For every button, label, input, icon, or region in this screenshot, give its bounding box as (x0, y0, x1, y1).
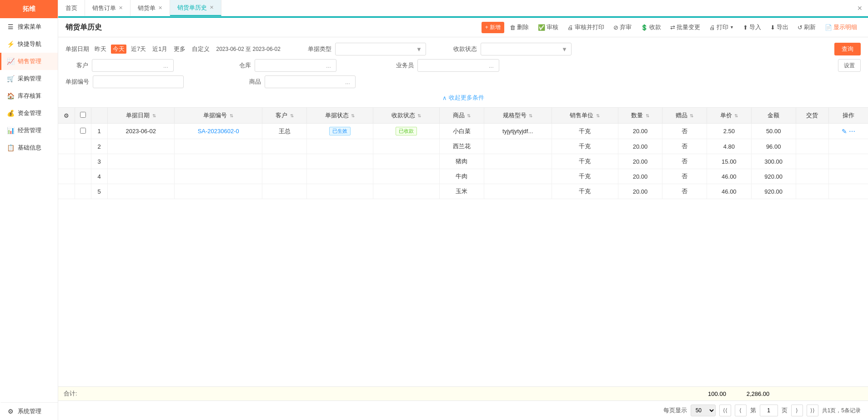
col-spec-type[interactable]: 规格型号 ⇅ (484, 108, 552, 124)
sidebar-item-basic-info[interactable]: 📋 基础信息 (0, 139, 58, 156)
tab-sales-history[interactable]: 销货单历史 ✕ (170, 0, 221, 16)
cell-checkbox[interactable] (75, 169, 91, 184)
customer-input[interactable] (95, 60, 163, 71)
tab-sales-goods[interactable]: 销货单 ✕ (130, 0, 170, 16)
refresh-button[interactable]: ↺ 刷新 (794, 21, 819, 33)
col-unit-price[interactable]: 单价 ⇅ (707, 108, 751, 124)
col-doc-status[interactable]: 单据状态 ⇅ (307, 108, 373, 124)
col-doc-date[interactable]: 单据日期 ⇅ (107, 108, 175, 124)
cell-quantity: 20.00 (618, 139, 662, 154)
delete-button[interactable]: 🗑 删除 (506, 21, 532, 33)
query-button[interactable]: 查询 (834, 43, 861, 55)
batch-change-button[interactable]: ⇄ 批量变更 (667, 21, 704, 33)
show-detail-button[interactable]: 📄 显示明细 (821, 21, 861, 33)
cell-checkbox[interactable] (75, 139, 91, 154)
cell-customer (262, 154, 307, 169)
sort-collectstatus-icon: ⇅ (417, 113, 421, 118)
shortcut-1month[interactable]: 近1月 (151, 45, 169, 54)
sidebar-item-biz-mgmt[interactable]: 📊 经营管理 (0, 122, 58, 139)
cell-seq: 2 (91, 139, 107, 154)
more-action-btn[interactable]: ⋯ (849, 128, 855, 135)
col-gift[interactable]: 赠品 ⇅ (662, 108, 707, 124)
sort-docnum-icon: ⇅ (230, 113, 233, 118)
last-page-btn[interactable]: ⟩⟩ (807, 405, 818, 416)
cell-customer: 王总 (262, 124, 307, 139)
shortcut-more[interactable]: 更多 (172, 45, 187, 54)
shortcut-today[interactable]: 今天 (111, 45, 126, 54)
refresh-icon: ↺ (798, 24, 803, 31)
setup-button[interactable]: 设置 (838, 59, 861, 72)
collect-status-select[interactable]: ▼ (481, 43, 572, 55)
cell-transaction (796, 169, 828, 184)
sidebar-item-label: 销售管理 (18, 57, 41, 65)
biz-mgmt-icon: 📊 (7, 127, 14, 134)
col-checkbox[interactable] (75, 108, 91, 124)
sidebar-item-sales-mgmt[interactable]: 📈 销售管理 (0, 53, 58, 70)
import-button[interactable]: ⬆ 导入 (739, 21, 765, 33)
footer-total-amount: 2,286.00 (735, 390, 781, 397)
col-collect-status[interactable]: 收款状态 ⇅ (373, 108, 440, 124)
docnum-input[interactable] (93, 75, 184, 88)
sidebar-item-quick-nav[interactable]: ⚡ 快捷导航 (0, 35, 58, 53)
tab-sales-order[interactable]: 销售订单 ✕ (85, 0, 130, 16)
goods-input[interactable] (268, 76, 345, 88)
cell-checkbox[interactable] (75, 154, 91, 169)
cell-checkbox[interactable] (75, 184, 91, 199)
abandon-button[interactable]: ⊘ 弃审 (610, 21, 635, 33)
collect-button[interactable]: 💲 收款 (637, 21, 665, 33)
row-checkbox[interactable] (80, 128, 86, 134)
tab-sales-history-close[interactable]: ✕ (210, 5, 214, 10)
doc-type-select[interactable]: ▼ (335, 43, 426, 55)
tab-sales-order-close[interactable]: ✕ (119, 5, 123, 11)
col-customer[interactable]: 客户 ⇅ (262, 108, 307, 124)
sort-spec-icon: ⇅ (529, 113, 532, 118)
edit-action-btn[interactable]: ✎ (842, 128, 847, 135)
print-button[interactable]: 🖨 打印 ▼ (706, 21, 738, 33)
first-page-btn[interactable]: ⟨⟨ (719, 405, 731, 416)
sidebar-item-purchase-mgmt[interactable]: 🛒 采购管理 (0, 70, 58, 87)
cell-doc-status (307, 139, 373, 154)
sidebar-item-label: 基础信息 (18, 144, 41, 152)
collapse-filter-btn[interactable]: ∧ 收起更多条件 (65, 94, 861, 102)
sidebar-item-fund-mgmt[interactable]: 💰 资金管理 (0, 105, 58, 122)
prev-page-btn[interactable]: ⟨ (735, 405, 747, 416)
salesperson-ellipsis[interactable]: ... (489, 62, 494, 69)
sidebar-item-sys-mgmt[interactable]: ⚙ 系统管理 (0, 402, 58, 420)
shortcut-yesterday[interactable]: 昨天 (93, 45, 108, 54)
sidebar-item-search-menu[interactable]: ☰ 搜索菜单 (0, 18, 58, 35)
print-icon: 🖨 (709, 24, 715, 31)
tab-home[interactable]: 首页 (58, 0, 85, 16)
cell-gift: 否 (662, 169, 707, 184)
export-button[interactable]: ⬇ 导出 (767, 21, 792, 33)
doc-type-dropdown-icon: ▼ (416, 46, 422, 53)
cell-goods: 西兰花 (440, 139, 484, 154)
col-doc-number[interactable]: 单据编号 ⇅ (175, 108, 262, 124)
warehouse-ellipsis[interactable]: ... (326, 62, 331, 69)
col-goods[interactable]: 商品 ⇅ (440, 108, 484, 124)
cell-doc-date (107, 169, 175, 184)
col-amount: 金额 (751, 108, 796, 124)
customer-ellipsis[interactable]: ... (163, 62, 168, 69)
salesperson-input[interactable] (421, 60, 489, 71)
page-size-select[interactable]: 50 100 200 (691, 405, 716, 416)
warehouse-input[interactable] (258, 60, 326, 71)
cell-spec-type: tyjytjytyjdf... (484, 124, 552, 139)
sidebar-item-inventory[interactable]: 🏠 库存核算 (0, 87, 58, 105)
col-settings[interactable]: ⚙ (58, 108, 75, 124)
tab-sales-goods-close[interactable]: ✕ (158, 5, 162, 11)
doc-number-link[interactable]: SA-20230602-0 (198, 128, 239, 135)
goods-ellipsis[interactable]: ... (345, 79, 350, 85)
page-input[interactable] (760, 405, 778, 416)
audit-button[interactable]: ✅ 审核 (534, 21, 562, 33)
col-sales-unit[interactable]: 销售单位 ⇅ (552, 108, 618, 124)
shortcut-7days[interactable]: 近7天 (129, 45, 148, 54)
audit-print-button[interactable]: 🖨 审核并打印 (564, 21, 608, 33)
select-all-checkbox[interactable] (80, 112, 86, 118)
cell-checkbox[interactable] (75, 124, 91, 139)
window-close-btn[interactable]: ✕ (852, 5, 868, 12)
collect-status-dropdown-icon: ▼ (562, 46, 567, 53)
new-button[interactable]: + 新增 (482, 22, 504, 33)
next-page-btn[interactable]: ⟩ (791, 405, 803, 416)
shortcut-custom[interactable]: 自定义 (190, 45, 211, 54)
col-quantity[interactable]: 数量 ⇅ (618, 108, 662, 124)
